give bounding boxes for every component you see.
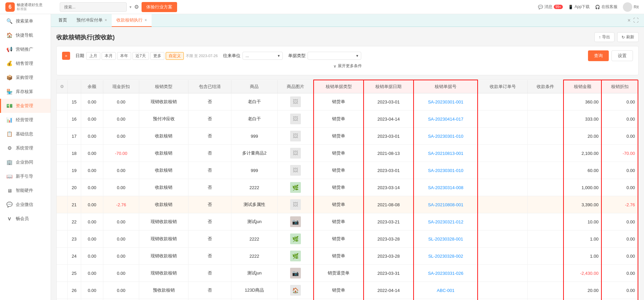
refresh-button[interactable]: ↻ 刷新 (617, 32, 639, 42)
col-receipt-order-no: 收款单订单号 (478, 80, 527, 93)
cell-verify-bill-no[interactable]: SL-20230408-001 (414, 299, 478, 300)
partner-select[interactable]: ... ▾ (243, 52, 283, 60)
notifications[interactable]: 💬 消息 99+ (538, 4, 563, 10)
cell-product-img: 🖼 (277, 299, 314, 300)
sidebar-label: 库存核算 (16, 89, 33, 95)
export-button[interactable]: ↑ 导出 (594, 32, 614, 42)
expand-more-btn[interactable]: ∨ 展开更多条件 (62, 61, 633, 71)
table-row: 24 0.00 0.00 现销收款核销 否 2222 🌿 销货单 2023-03… (57, 248, 638, 265)
table-row: 25 0.00 0.00 现销收款核销 否 测试jun 📷 销货退货单 2023… (57, 265, 638, 282)
cell-verify-bill-no[interactable]: SA-20210813-001 (414, 145, 478, 162)
cell-verify-bill-type: 销货单 (314, 230, 364, 248)
cell-verify-bill-no[interactable]: SA-20230414-017 (414, 111, 478, 128)
sidebar-item-operations[interactable]: 📊 经营管理 (0, 113, 51, 127)
cell-balance: 0.00 (81, 162, 103, 179)
cell-receipt-order-no (478, 162, 527, 179)
expand-tab-icon[interactable]: ⛶ (633, 17, 639, 24)
date-7days[interactable]: 近7天 (132, 52, 149, 60)
table-settings-icon[interactable]: ⚙ (60, 84, 64, 89)
search-input[interactable] (60, 2, 127, 12)
cell-seq: 23 (67, 230, 81, 248)
cell-verify-bill-no[interactable]: ABC-001 (414, 282, 478, 299)
col-balance: 余额 (81, 80, 103, 93)
tabs-bar: 首页 预付冲应付单 × 收款核销执行 × × ⛶ (51, 14, 644, 27)
cell-product-img: 🌿 (277, 179, 314, 196)
date-last-month[interactable]: 上月 (86, 52, 100, 60)
cell-verify-bill-no[interactable]: SL-20230328-001 (414, 230, 478, 248)
date-this-month[interactable]: 本月 (102, 52, 116, 60)
cell-verify-bill-no[interactable]: SL-20230328-002 (414, 248, 478, 265)
cell-verify-bill-no[interactable]: SA-20230301-010 (414, 128, 478, 145)
sidebar-label: 经营管理 (16, 117, 33, 123)
filter-settings-button[interactable]: 设置 (611, 50, 633, 61)
sidebar-item-finance[interactable]: 💵 资金管理 (0, 99, 51, 113)
filter-expand-btn[interactable]: » (62, 52, 70, 60)
tabs-actions: × ⛶ (628, 17, 641, 24)
search-button[interactable]: 查询 (588, 50, 609, 61)
sidebar-item-system[interactable]: ⚙ 系统管理 (0, 141, 51, 155)
sidebar-item-wechat[interactable]: 💬 企业微信 (0, 198, 51, 212)
tab-close-icon[interactable]: × (105, 18, 107, 23)
cell-product-img: 🖼 (277, 162, 314, 179)
col-includes-settled: 包含已结清 (189, 80, 231, 93)
top-bar: 6 畅捷通谱好生意 标准版 ▾ ⚙ 体验行业方案 💬 消息 99+ 📱 App下… (0, 0, 644, 14)
cell-verify-bill-no[interactable]: SA-20230321-012 (414, 213, 478, 230)
tab-receipt-verify[interactable]: 收款核销执行 × (112, 14, 152, 27)
sidebar-item-sales[interactable]: 💰 销售管理 (0, 56, 51, 71)
col-product-img: 商品图片 (277, 80, 314, 93)
table-body: 15 0.00 0.00 现销收款核销 否 老白干 🖼 销货单 2023-03-… (57, 93, 638, 300)
online-service[interactable]: 🎧 在线客服 (595, 4, 618, 10)
cell-verify-bill-no[interactable]: SA-20230301-001 (414, 93, 478, 111)
date-this-year[interactable]: 本年 (117, 52, 131, 60)
cell-verify-type: 现销收款核销 (139, 93, 189, 111)
cell-verify-type: 收款核销 (139, 179, 189, 196)
sidebar-item-member[interactable]: V 畅会员 (0, 212, 51, 226)
table-row: 16 0.00 0.00 预付冲应收 否 老白干 🖼 销货单 2023-04-1… (57, 111, 638, 128)
sidebar-item-marketing[interactable]: 📢 营销推广 (0, 42, 51, 56)
cell-verify-discount: 0.00 (601, 299, 638, 300)
headset-icon: 🎧 (595, 5, 600, 9)
cell-verify-type: 收款核销 (139, 162, 189, 179)
cell-balance: 0.00 (81, 111, 103, 128)
col-receipt-condition: 收款条件 (528, 80, 564, 93)
cell-includes-settled: 否 (189, 196, 231, 213)
cell-verify-discount: 0.00 (601, 179, 638, 196)
date-custom[interactable]: 自定义 (166, 52, 184, 60)
cell-verify-bill-no[interactable]: SA-20230314-008 (414, 179, 478, 196)
user-menu[interactable]: Rit (623, 2, 639, 12)
sidebar-item-hardware[interactable]: 🖥 智能硬件 (0, 183, 51, 198)
sidebar-item-guide[interactable]: 📖 新手引导 (0, 169, 51, 183)
sidebar-item-enterprise[interactable]: 🏢 企业协同 (0, 155, 51, 169)
tab-close-icon[interactable]: × (145, 18, 147, 23)
cell-receipt-order-no (478, 111, 527, 128)
bill-type-select[interactable]: ▾ (308, 52, 361, 60)
cell-receipt-condition (528, 111, 564, 128)
cell-verify-type: 现销收款核销 (139, 299, 189, 300)
cell-verify-bill-no[interactable]: SA-20230301-010 (414, 162, 478, 179)
cell-verify-amount: 1.00 (564, 230, 601, 248)
sidebar-item-baseinfo[interactable]: 📋 基础信息 (0, 127, 51, 141)
date-more[interactable]: 更多 (150, 52, 164, 60)
sidebar-item-purchase[interactable]: 📦 采购管理 (0, 71, 51, 85)
industry-btn[interactable]: 体验行业方案 (142, 2, 177, 12)
cell-balance: 0.00 (81, 282, 103, 299)
cell-verify-bill-no[interactable]: SA-20230331-026 (414, 265, 478, 282)
dropdown-arrow-icon[interactable]: ▾ (129, 5, 131, 9)
notification-badge: 99+ (554, 5, 563, 9)
gear-icon[interactable]: ⚙ (134, 4, 139, 10)
sidebar-item-search[interactable]: 🔍 搜索菜单 (0, 14, 51, 28)
cell-verify-bill-no[interactable]: SA-20210808-001 (414, 196, 478, 213)
cell-balance: 0.00 (81, 196, 103, 213)
cell-verify-bill-date: 2023-03-01 (364, 162, 414, 179)
cell-receipt-condition (528, 282, 564, 299)
tab-prepay[interactable]: 预付冲应付单 × (72, 14, 112, 27)
sidebar-item-quicknav[interactable]: 🏠 快捷导航 (0, 28, 51, 42)
cell-cash-discount: 0.00 (103, 230, 139, 248)
close-tab-icon[interactable]: × (628, 17, 631, 24)
sidebar-item-inventory[interactable]: 🏪 库存核算 (0, 85, 51, 99)
tab-label: 预付冲应付单 (76, 17, 103, 23)
cell-verify-amount: -2,430.00 (564, 265, 601, 282)
tab-home[interactable]: 首页 (54, 14, 72, 27)
app-download[interactable]: 📱 App下载 (568, 4, 590, 10)
cell-includes-settled: 否 (189, 145, 231, 162)
